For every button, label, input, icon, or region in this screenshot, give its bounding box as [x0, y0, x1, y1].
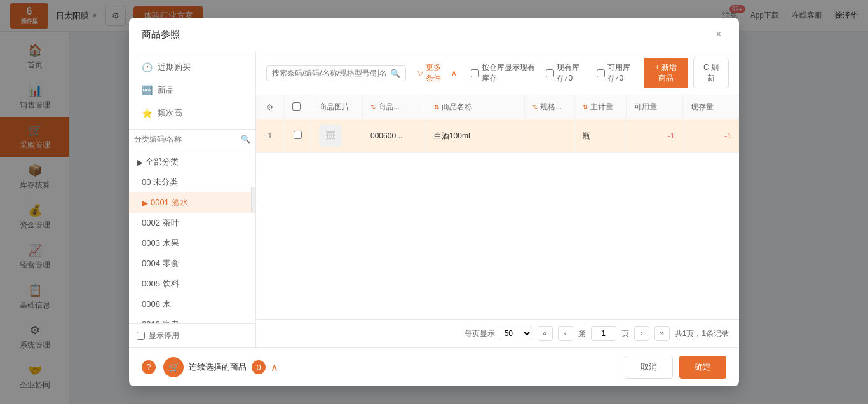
cart-icon: 🛒	[163, 357, 184, 377]
warehouse-label: 按仓库显示现有库存	[482, 62, 536, 84]
category-tea[interactable]: 0002 茶叶	[129, 213, 255, 233]
confirm-button[interactable]: 确定	[679, 356, 726, 379]
first-page-button[interactable]: «	[538, 326, 553, 341]
left-panel: 🕐 近期购买 🆕 新品 ⭐ 频次高 «	[129, 51, 256, 347]
category-fruit-label: 0003 水果	[142, 238, 179, 249]
row-image: 🖼	[311, 119, 363, 153]
tab-recent[interactable]: 🕐 近期购买	[134, 57, 250, 78]
category-water-label: 0008 水	[142, 299, 171, 310]
table-row[interactable]: 1 🖼 000600... 白酒100ml	[256, 119, 739, 153]
category-all-label: 全部分类	[146, 156, 179, 168]
product-thumbnail: 🖼	[319, 125, 342, 147]
frequent-icon: ⭐	[142, 108, 153, 118]
available-filter[interactable]: 现有库存≠0	[546, 62, 587, 84]
th-code[interactable]: ⇅ 商品...	[363, 95, 426, 119]
category-beverage[interactable]: 0005 饮料	[129, 274, 255, 294]
category-water[interactable]: 0008 水	[129, 294, 255, 314]
row-num: 1	[256, 119, 284, 153]
last-page-button[interactable]: »	[654, 326, 670, 341]
modal-header: 商品参照 ×	[129, 18, 739, 51]
next-page-button[interactable]: ›	[634, 326, 649, 341]
page-number-input[interactable]	[591, 326, 616, 341]
available-checkbox[interactable]	[546, 69, 554, 77]
tab-recent-label: 近期购买	[158, 62, 191, 73]
filter-button[interactable]: ▽ 更多条件 ∧	[412, 60, 462, 86]
prev-page-button[interactable]: ‹	[558, 326, 573, 341]
select-all-checkbox[interactable]	[292, 102, 301, 111]
warehouse-checkbox[interactable]	[471, 69, 479, 77]
tab-frequent[interactable]: ⭐ 频次高	[134, 102, 250, 124]
filter-collapse-icon: ∧	[451, 69, 457, 77]
cart-area: 🛒 连续选择的商品 0 ∧	[163, 357, 278, 377]
usable-label: 可用库存≠0	[607, 62, 637, 84]
category-all[interactable]: ▶ 全部分类	[129, 152, 255, 172]
row-checkbox[interactable]	[284, 119, 311, 153]
per-page-dropdown[interactable]: 50 100 200	[498, 327, 532, 340]
th-image: 商品图片	[311, 95, 363, 119]
modal-overlay: 商品参照 × 🕐 近期购买 🆕 新品 ⭐	[0, 0, 868, 404]
footer-actions: 取消 确定	[625, 356, 726, 379]
collapse-up-button[interactable]: ∧	[271, 361, 278, 374]
category-beverage-label: 0005 饮料	[142, 278, 179, 290]
left-panel-tabs: 🕐 近期购买 🆕 新品 ⭐ 频次高	[129, 51, 255, 130]
available-label: 现有库存≠0	[557, 62, 587, 84]
product-search-icon[interactable]: 🔍	[390, 69, 400, 78]
sort-icon-spec: ⇅	[532, 104, 538, 111]
th-unit[interactable]: ⇅ 主计量	[574, 95, 626, 119]
row-code: 000600...	[363, 119, 426, 153]
filter-icon: ▽	[417, 69, 423, 77]
all-arrow: ▶	[137, 158, 143, 167]
modal-close-button[interactable]: ×	[711, 27, 726, 42]
category-snack[interactable]: 0004 零食	[129, 253, 255, 274]
th-stock: 现存量	[682, 95, 739, 119]
category-fruit[interactable]: 0003 水果	[129, 233, 255, 253]
help-button[interactable]: ?	[142, 360, 156, 374]
toolbar-right: + 新增商品 C 刷新	[644, 58, 729, 88]
show-disabled-row: 显示停用	[129, 323, 255, 347]
category-liquor-label: 0001 酒水	[151, 197, 188, 208]
recent-icon: 🕐	[142, 62, 153, 72]
warehouse-filter[interactable]: 按仓库显示现有库存	[471, 62, 536, 84]
refresh-button[interactable]: C 刷新	[693, 58, 729, 88]
category-search-input[interactable]	[134, 135, 238, 144]
page-label: 第	[578, 328, 586, 339]
filter-checkboxes: 按仓库显示现有库存 现有库存≠0 可用库存≠0	[471, 62, 637, 84]
cancel-button[interactable]: 取消	[625, 356, 673, 379]
usable-filter[interactable]: 可用库存≠0	[597, 62, 637, 84]
category-uncategorized[interactable]: 00 未分类	[129, 172, 255, 192]
liquor-arrow: ▶	[142, 198, 148, 208]
category-appliance[interactable]: 0010 家电	[129, 314, 255, 323]
tab-frequent-label: 频次高	[158, 107, 182, 119]
category-uncategorized-label: 00 未分类	[142, 177, 178, 188]
th-name[interactable]: ⇅ 商品名称	[426, 95, 524, 119]
row-spec	[525, 119, 575, 153]
add-product-button[interactable]: + 新增商品	[644, 58, 688, 88]
modal-body: 🕐 近期购买 🆕 新品 ⭐ 频次高 «	[129, 51, 739, 347]
modal: 商品参照 × 🕐 近期购买 🆕 新品 ⭐	[129, 18, 739, 386]
collapse-panel-button[interactable]: «	[251, 187, 256, 212]
sort-icon-name: ⇅	[434, 104, 439, 111]
th-settings: ⚙	[256, 95, 284, 119]
new-icon: 🆕	[142, 85, 153, 95]
category-snack-label: 0004 零食	[142, 258, 179, 269]
right-panel: 🔍 ▽ 更多条件 ∧ 按仓库显示现有库存 现	[256, 51, 739, 347]
category-tea-label: 0002 茶叶	[142, 217, 179, 229]
category-list: ▶ 全部分类 00 未分类 ▶ 0001 酒水 0002 茶叶 0003 水果	[129, 149, 255, 323]
pagination: 每页显示 50 100 200 « ‹ 第 页 › » 共1页，1条记录	[256, 319, 739, 347]
filter-label: 更多条件	[426, 62, 449, 84]
tab-new-label: 新品	[158, 84, 174, 96]
tab-new[interactable]: 🆕 新品	[134, 79, 250, 101]
category-search-icon[interactable]: 🔍	[241, 135, 250, 144]
product-search-input[interactable]	[272, 69, 386, 77]
category-appliance-label: 0010 家电	[142, 319, 179, 323]
th-spec[interactable]: ⇅ 规格...	[525, 95, 575, 119]
sort-icon-code: ⇅	[370, 104, 376, 111]
usable-checkbox[interactable]	[597, 69, 605, 77]
th-available: 可用量	[626, 95, 682, 119]
row-name: 白酒100ml	[426, 119, 524, 153]
category-liquor[interactable]: ▶ 0001 酒水	[129, 192, 255, 213]
page-size-select: 每页显示 50 100 200	[465, 327, 532, 340]
show-disabled-checkbox[interactable]	[137, 332, 145, 340]
toolbar: 🔍 ▽ 更多条件 ∧ 按仓库显示现有库存 现	[256, 51, 739, 95]
cart-count: 0	[252, 360, 266, 374]
